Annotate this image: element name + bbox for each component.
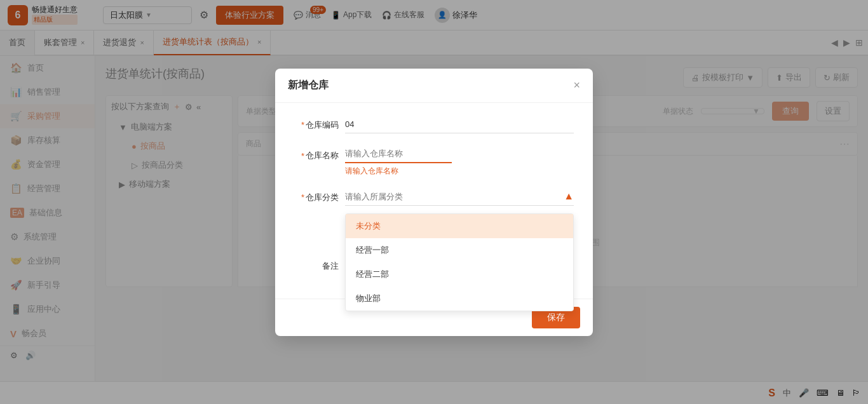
code-required-mark: * [301, 120, 304, 130]
category-input-wrapper: ▲ [345, 188, 574, 206]
dropdown-item-uncategorized[interactable]: 未分类 [346, 214, 573, 238]
warehouse-name-input[interactable] [345, 145, 452, 163]
modal-overlay: 新增仓库 × * 仓库编码 * 仓库名称 [0, 0, 868, 404]
dropdown-item-dept2[interactable]: 经营二部 [346, 262, 573, 286]
code-form-row: * 仓库编码 [294, 116, 574, 133]
note-label: 备注 [294, 257, 339, 272]
category-required-mark: * [301, 192, 304, 202]
name-required-mark: * [301, 151, 304, 161]
modal-close-button[interactable]: × [573, 79, 580, 92]
category-dropdown: 未分类 经营一部 经营二部 物业部 [345, 213, 574, 311]
new-warehouse-modal: 新增仓库 × * 仓库编码 * 仓库名称 [275, 69, 593, 336]
category-input[interactable] [345, 188, 564, 205]
dropdown-item-dept1[interactable]: 经营一部 [346, 238, 573, 262]
category-form-row: * 仓库分类 ▲ 未分类 经营一部 经营二部 物业部 [294, 188, 574, 206]
modal-title: 新增仓库 [288, 79, 329, 92]
name-form-row: * 仓库名称 请输入仓库名称 [294, 145, 574, 177]
category-label: * 仓库分类 [294, 188, 339, 203]
modal-header: 新增仓库 × [275, 69, 593, 103]
warehouse-code-input[interactable] [345, 116, 574, 133]
category-arrow-icon[interactable]: ▲ [564, 191, 574, 202]
name-label: * 仓库名称 [294, 146, 339, 161]
modal-body: * 仓库编码 * 仓库名称 请输入仓库名称 [275, 103, 593, 299]
dropdown-item-property[interactable]: 物业部 [346, 286, 573, 311]
code-label: * 仓库编码 [294, 116, 339, 131]
name-error-message: 请输入仓库名称 [345, 166, 398, 175]
name-error-container: 请输入仓库名称 [294, 166, 398, 177]
